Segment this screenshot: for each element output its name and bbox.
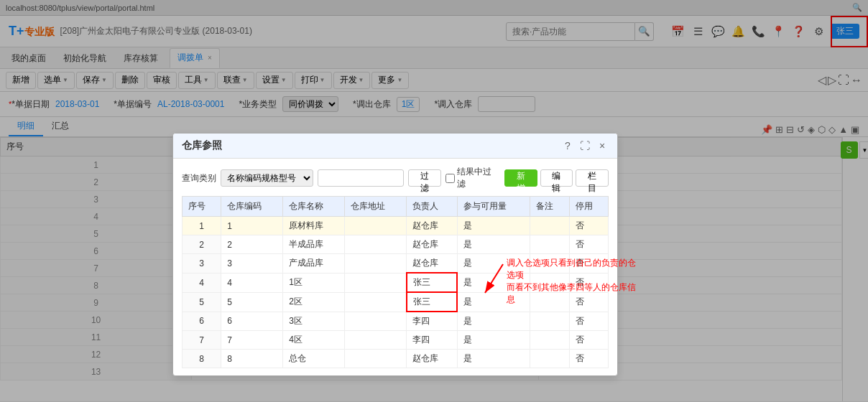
- modal-row-note: [530, 273, 569, 292]
- modal-table-row[interactable]: 8 8 总仓 赵仓库 是 否: [183, 350, 609, 368]
- modal-row-disabled: 否: [569, 312, 608, 331]
- modal-row-no: 3: [183, 254, 221, 274]
- modal-row-code: 5: [221, 292, 283, 312]
- modal-row-note: [530, 312, 569, 331]
- modal-table-row[interactable]: 5 5 2区 张三 是 否: [183, 292, 609, 312]
- modal-close-icon[interactable]: ×: [596, 139, 609, 152]
- modal-row-avail: 是: [457, 235, 530, 254]
- filter-button[interactable]: 过滤: [408, 169, 441, 187]
- modal-row-addr: [345, 235, 407, 254]
- modal-filter-row: 查询类别 名称编码规格型号 过滤 结果中过滤 新增 编辑 栏目: [182, 166, 609, 190]
- modal-row-addr: [345, 273, 407, 292]
- modal-col-avail: 参与可用量: [457, 197, 530, 217]
- manager-cell: 赵仓库: [407, 254, 457, 274]
- modal-col-code: 仓库编码: [221, 197, 283, 217]
- modal-row-no: 4: [183, 273, 221, 292]
- modal-row-disabled: 否: [569, 254, 608, 274]
- modal-body: 查询类别 名称编码规格型号 过滤 结果中过滤 新增 编辑 栏目 序号 仓库编码: [173, 159, 617, 375]
- manager-cell: 赵仓库: [407, 217, 457, 235]
- filter-in-result-checkbox[interactable]: 结果中过滤: [445, 166, 500, 190]
- filter-type-select[interactable]: 名称编码规格型号: [221, 169, 313, 187]
- modal-col-no: 序号: [183, 197, 221, 217]
- modal-row-code: 3: [221, 254, 283, 274]
- btn-modal-new[interactable]: 新增: [504, 169, 537, 187]
- modal-row-addr: [345, 292, 407, 312]
- modal-title: 仓库参照: [182, 139, 222, 152]
- modal-row-note: [530, 235, 569, 254]
- modal-table-row[interactable]: 4 4 1区 张三 是 否: [183, 273, 609, 292]
- modal-row-no: 8: [183, 350, 221, 368]
- modal-table-row[interactable]: 6 6 3区 李四 是 否: [183, 312, 609, 331]
- btn-modal-col[interactable]: 栏目: [576, 169, 609, 187]
- modal-row-avail: 是: [457, 217, 530, 235]
- modal-row-note: [530, 254, 569, 274]
- modal-row-avail: 是: [457, 312, 530, 331]
- modal-row-addr: [345, 331, 407, 350]
- modal-table-row[interactable]: 1 1 原材料库 赵仓库 是 否: [183, 217, 609, 235]
- modal-row-name: 总仓: [283, 350, 345, 368]
- modal-row-disabled: 否: [569, 350, 608, 368]
- modal-col-manager: 负责人: [407, 197, 457, 217]
- modal-row-no: 2: [183, 235, 221, 254]
- modal-row-code: 6: [221, 312, 283, 331]
- warehouse-modal: 仓库参照 ? ⛶ × 查询类别 名称编码规格型号 过滤 结果中过滤 新增 编辑 …: [172, 133, 618, 376]
- manager-cell: 赵仓库: [407, 350, 457, 368]
- modal-table-row[interactable]: 2 2 半成品库 赵仓库 是 否: [183, 235, 609, 254]
- modal-table: 序号 仓库编码 仓库名称 仓库地址 负责人 参与可用量 备注 停用 1 1 原材…: [182, 196, 609, 368]
- modal-row-no: 7: [183, 331, 221, 350]
- modal-header: 仓库参照 ? ⛶ ×: [173, 134, 617, 159]
- modal-row-name: 产成品库: [283, 254, 345, 274]
- modal-row-note: [530, 217, 569, 235]
- modal-row-addr: [345, 254, 407, 274]
- manager-cell: 李四: [407, 331, 457, 350]
- modal-row-avail: 是: [457, 350, 530, 368]
- modal-row-code: 4: [221, 273, 283, 292]
- manager-cell: 赵仓库: [407, 235, 457, 254]
- modal-row-no: 1: [183, 217, 221, 235]
- modal-row-addr: [345, 217, 407, 235]
- manager-cell: 张三: [407, 273, 457, 292]
- modal-row-no: 5: [183, 292, 221, 312]
- modal-row-disabled: 否: [569, 217, 608, 235]
- filter-input[interactable]: [318, 169, 404, 187]
- modal-row-avail: 是: [457, 273, 530, 292]
- modal-col-disabled: 停用: [569, 197, 608, 217]
- modal-help-icon[interactable]: ?: [561, 139, 574, 152]
- modal-col-addr: 仓库地址: [345, 197, 407, 217]
- modal-row-disabled: 否: [569, 235, 608, 254]
- modal-row-name: 4区: [283, 331, 345, 350]
- btn-modal-edit[interactable]: 编辑: [540, 169, 573, 187]
- modal-row-note: [530, 350, 569, 368]
- modal-row-disabled: 否: [569, 273, 608, 292]
- modal-row-note: [530, 331, 569, 350]
- modal-row-code: 2: [221, 235, 283, 254]
- modal-row-disabled: 否: [569, 331, 608, 350]
- modal-header-icons: ? ⛶ ×: [561, 139, 609, 152]
- modal-row-name: 2区: [283, 292, 345, 312]
- modal-col-name: 仓库名称: [283, 197, 345, 217]
- modal-row-note: [530, 292, 569, 312]
- filter-checkbox-input[interactable]: [445, 174, 455, 183]
- modal-row-addr: [345, 312, 407, 331]
- modal-row-name: 1区: [283, 273, 345, 292]
- modal-row-name: 3区: [283, 312, 345, 331]
- modal-row-name: 半成品库: [283, 235, 345, 254]
- modal-col-note: 备注: [530, 197, 569, 217]
- modal-row-code: 8: [221, 350, 283, 368]
- modal-table-row[interactable]: 7 7 4区 李四 是 否: [183, 331, 609, 350]
- modal-row-addr: [345, 350, 407, 368]
- modal-row-avail: 是: [457, 292, 530, 312]
- manager-cell: 张三: [407, 292, 457, 312]
- modal-row-no: 6: [183, 312, 221, 331]
- modal-row-name: 原材料库: [283, 217, 345, 235]
- modal-row-code: 7: [221, 331, 283, 350]
- modal-action-btns: 新增 编辑 栏目: [504, 169, 609, 187]
- modal-expand-icon[interactable]: ⛶: [578, 139, 591, 152]
- modal-row-disabled: 否: [569, 292, 608, 312]
- modal-table-row[interactable]: 3 3 产成品库 赵仓库 是 否: [183, 254, 609, 274]
- filter-label: 查询类别: [182, 172, 216, 184]
- manager-cell: 李四: [407, 312, 457, 331]
- modal-row-code: 1: [221, 217, 283, 235]
- modal-row-avail: 是: [457, 254, 530, 274]
- modal-row-avail: 是: [457, 331, 530, 350]
